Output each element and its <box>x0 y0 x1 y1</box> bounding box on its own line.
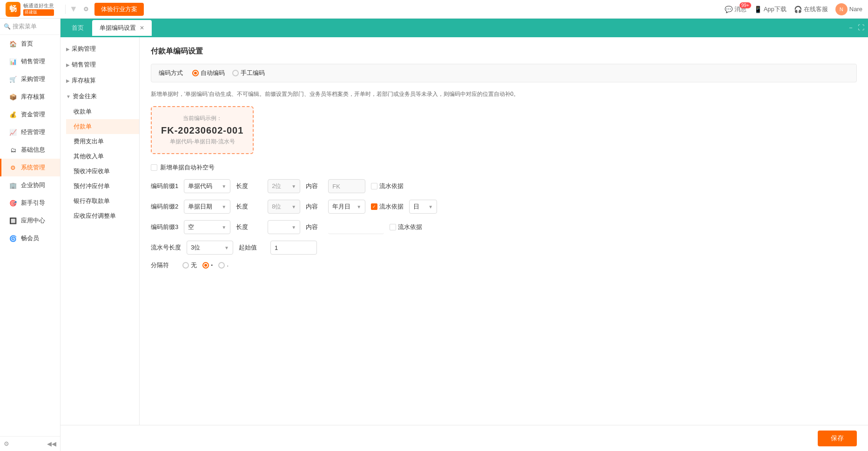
sub-group-inventory-title[interactable]: ▶ 库存核算 <box>61 73 139 88</box>
sub-group-sales-title[interactable]: ▶ 销售管理 <box>61 57 139 73</box>
sidebar-item-basic-info[interactable]: 🗂 基础信息 <box>0 141 60 159</box>
trial-btn[interactable]: 体验行业方案 <box>94 3 144 16</box>
sidebar-item-purchase[interactable]: 🛒 采购管理 <box>0 70 60 88</box>
tab-bar-actions: － ⛶ <box>848 24 864 32</box>
sidebar-item-enterprise[interactable]: 🏢 企业协同 <box>0 176 60 194</box>
sub-item-adjust[interactable]: 应收应付调整单 <box>66 209 139 223</box>
info-icon: 🗂 <box>9 146 17 154</box>
operation-icon: 📈 <box>9 128 17 136</box>
prefix1-label: 编码前缀1 <box>151 182 178 190</box>
separator-label: 分隔符 <box>151 261 177 269</box>
sub-group-capital-title[interactable]: ▼ 资金往来 <box>61 88 139 104</box>
guide-icon: 🎯 <box>9 199 17 207</box>
prefix2-label: 编码前缀2 <box>151 202 178 211</box>
save-button[interactable]: 保存 <box>818 431 857 446</box>
enterprise-icon: 🏢 <box>9 181 17 189</box>
prefix3-serial-checkbox-box <box>390 224 396 230</box>
message-btn[interactable]: 💬 消息 99+ <box>725 5 747 13</box>
prefix1-dropdown-icon: ▼ <box>222 184 226 189</box>
prefix1-length-label: 长度 <box>236 182 262 190</box>
prefix2-select[interactable]: 单据日期 ▼ <box>184 200 230 214</box>
manual-code-radio[interactable]: 手工编码 <box>232 69 265 77</box>
serial-start-input[interactable]: 1 <box>270 241 317 255</box>
sidebar-item-inventory[interactable]: 📦 库存核算 <box>0 88 60 106</box>
top-bar-right: 💬 消息 99+ 📱 App下载 🎧 在线客服 N Nare <box>725 3 862 15</box>
prefix3-length-dropdown-icon: ▼ <box>291 225 296 230</box>
home-icon: 🏠 <box>9 40 17 48</box>
prefix3-label: 编码前缀3 <box>151 223 178 231</box>
sidebar-bottom: ⚙ ◀◀ <box>0 436 60 451</box>
serial-length-row: 流水号长度 3位 ▼ 起始值 1 <box>151 241 857 255</box>
purchase-icon: 🛒 <box>9 75 17 83</box>
sep-dash-radio[interactable]: · <box>202 261 213 269</box>
logo-text: 畅通道好生意 搭建版 <box>23 2 54 16</box>
sep-dot-radio[interactable]: · <box>218 262 229 269</box>
sub-item-receipt[interactable]: 收款单 <box>66 104 139 119</box>
serial-length-label: 流水号长度 <box>151 243 181 252</box>
sub-item-payment[interactable]: 付款单 <box>66 119 139 134</box>
prefix1-select[interactable]: 单据代码 ▼ <box>184 179 230 193</box>
sidebar-search[interactable]: 🔍 搜索菜单 <box>0 19 60 35</box>
minimize-icon[interactable]: － <box>848 24 854 32</box>
app-download-btn[interactable]: 📱 App下载 <box>754 5 787 13</box>
auto-fill-checkbox-row[interactable]: 新增单据自动补空号 <box>151 163 857 172</box>
system-icon: ⚙ <box>9 163 17 172</box>
prefix2-length-select[interactable]: 8位 ▼ <box>268 200 300 214</box>
online-service-btn[interactable]: 🎧 在线客服 <box>794 5 828 13</box>
tab-close-icon[interactable]: ✕ <box>140 25 144 31</box>
sub-item-advance-receivable[interactable]: 预收冲应收单 <box>66 164 139 179</box>
sub-item-advance-payable[interactable]: 预付冲应付单 <box>66 179 139 194</box>
sub-sidebar: ▶ 采购管理 ▶ 销售管理 ▶ 库存核算 <box>61 37 140 425</box>
content-wrapper: ▶ 采购管理 ▶ 销售管理 ▶ 库存核算 <box>61 37 868 425</box>
top-bar-left: 畅 畅通道好生意 搭建版 ▼ ⚙ 体验行业方案 <box>6 1 721 18</box>
settings-icon[interactable]: ⚙ <box>81 5 91 14</box>
serial-length-select[interactable]: 3位 ▼ <box>187 241 233 255</box>
sub-group-purchase-title[interactable]: ▶ 采购管理 <box>61 41 139 57</box>
prefix2-unit-select[interactable]: 日 ▼ <box>409 200 437 214</box>
code-example-label: 当前编码示例： <box>161 114 243 122</box>
prefix2-dropdown-icon: ▼ <box>222 204 226 209</box>
prefix2-length-dropdown-icon: ▼ <box>291 204 296 209</box>
prefix1-serial-checkbox[interactable]: 流水依据 <box>371 182 404 190</box>
sidebar-item-system[interactable]: ⚙ 系统管理 <box>0 159 60 176</box>
sidebar-item-guide[interactable]: 🎯 新手引导 <box>0 194 60 212</box>
sidebar-item-sales[interactable]: 📊 销售管理 <box>0 53 60 70</box>
tab-home[interactable]: 首页 <box>64 20 91 36</box>
sub-group-purchase: ▶ 采购管理 <box>61 41 139 57</box>
prefix3-length-select[interactable]: ▼ <box>268 220 300 234</box>
prefix3-row: 编码前缀3 空 ▼ 长度 ▼ 内容 流水依据 <box>151 220 857 234</box>
prefix2-serial-checkbox-box: ✓ <box>371 203 377 210</box>
encoding-method-row: 编码方式 自动编码 手工编码 <box>151 64 857 82</box>
prefix3-select[interactable]: 空 ▼ <box>184 220 230 234</box>
prefix2-content-label: 内容 <box>306 202 323 211</box>
user-avatar[interactable]: N Nare <box>835 3 862 15</box>
maximize-icon[interactable]: ⛶ <box>858 24 864 32</box>
sidebar-item-finance[interactable]: 💰 资金管理 <box>0 106 60 123</box>
bottom-bar: 保存 <box>61 425 868 451</box>
sub-item-bank[interactable]: 银行存取款单 <box>66 194 139 209</box>
prefix2-serial-checkbox[interactable]: ✓ 流水依据 <box>371 202 404 211</box>
prefix2-content-select[interactable]: 年月日 ▼ <box>328 200 365 214</box>
page-title: 付款单编码设置 <box>151 47 857 56</box>
prefix3-serial-checkbox[interactable]: 流水依据 <box>390 223 422 231</box>
sub-group-capital: ▼ 资金往来 收款单 付款单 费用支出单 <box>61 88 139 223</box>
auto-code-radio[interactable]: 自动编码 <box>192 69 225 77</box>
sep-none-radio[interactable]: 无 <box>182 261 197 269</box>
auto-fill-checkbox[interactable] <box>151 164 157 171</box>
sub-item-expense[interactable]: 费用支出单 <box>66 134 139 149</box>
sidebar-item-member[interactable]: 🌀 畅会员 <box>0 229 60 247</box>
sidebar-item-apps[interactable]: 🔲 应用中心 <box>0 212 60 229</box>
prefix1-length-select[interactable]: 2位 ▼ <box>268 179 300 193</box>
dropdown-btn[interactable]: ▼ <box>69 4 78 14</box>
logo: 畅 畅通道好生意 搭建版 <box>6 1 61 18</box>
manual-code-radio-dot <box>232 70 239 76</box>
collapse-icon[interactable]: ◀◀ <box>47 440 56 447</box>
settings-bottom-icon[interactable]: ⚙ <box>4 440 9 447</box>
sub-item-other-income[interactable]: 其他收入单 <box>66 149 139 164</box>
tab-encoding-settings[interactable]: 单据编码设置 ✕ <box>92 20 152 36</box>
sub-group-inventory: ▶ 库存核算 <box>61 73 139 88</box>
chevron-right-icon: ▶ <box>66 47 70 52</box>
chevron-right-icon2: ▶ <box>66 62 70 67</box>
sidebar-item-operation[interactable]: 📈 经营管理 <box>0 123 60 141</box>
sidebar-item-home[interactable]: 🏠 首页 <box>0 35 60 53</box>
